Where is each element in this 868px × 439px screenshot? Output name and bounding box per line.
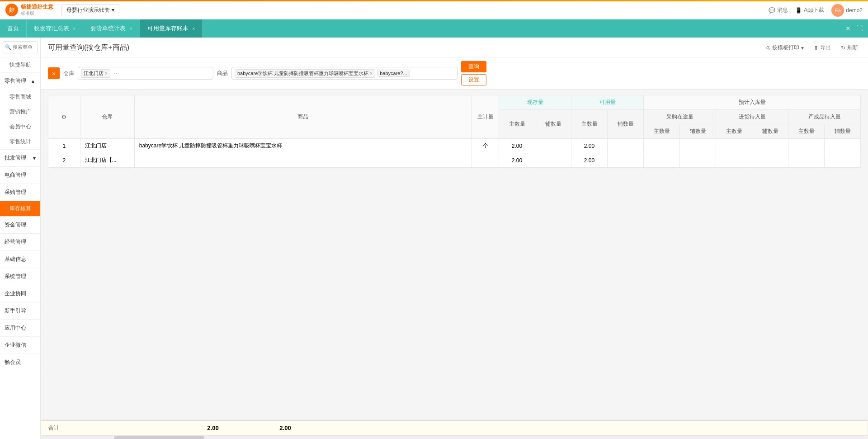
sidebar-section-purchase-header[interactable]: 采购管理 (0, 184, 40, 201)
sidebar: 🔍 搜索菜单 快捷导航 零售管理 ▲ 零售商城 营销推广 会员中心 零售统计 批… (0, 38, 41, 439)
sidebar-section-collab: 企业协同 (0, 285, 40, 302)
cell-avail-aux (608, 139, 644, 153)
phone-icon: 📱 (795, 7, 802, 14)
cell-avail-main: 2.00 (571, 139, 608, 153)
sidebar-section-ecom: 电商管理 (0, 167, 40, 184)
cell-pur-main (644, 153, 680, 168)
sidebar-section-newbie-header[interactable]: 新手引导 (0, 302, 40, 319)
refresh-button[interactable]: ↻ 刷新 (838, 42, 861, 53)
th-prod-aux: 辅数量 (825, 124, 861, 139)
top-bar: 好 畅捷通好生意 标准版 母婴行业演示账套 ▾ 💬 消息 📱 App下载 Ea … (0, 1, 868, 19)
tab-stock-summary[interactable]: 收发存汇总表 × (27, 19, 83, 38)
sidebar-item-retail-stats[interactable]: 零售统计 (0, 134, 40, 149)
sidebar-item-marketing[interactable]: 营销推广 (0, 104, 40, 119)
logo-area: 好 畅捷通好生意 标准版 (5, 4, 53, 16)
sidebar-section-apps: 应用中心 (0, 320, 40, 337)
export-icon: ⬆ (814, 45, 818, 51)
print-button[interactable]: 🖨 按模板打印 ▾ (762, 42, 807, 53)
sidebar-section-basic-header[interactable]: 基础信息 (0, 251, 40, 268)
nav-tabs-bar: 首页 收发存汇总表 × 要货单统计表 × 可用量库存账本 × ✕ ⛶ (0, 19, 868, 38)
tab-available-stock[interactable]: 可用量库存账本 × (140, 19, 203, 38)
cell-unit (472, 153, 499, 168)
sidebar-item-inventory[interactable]: 库存核算 (0, 201, 40, 216)
sidebar-section-ecom-header[interactable]: 电商管理 (0, 167, 40, 184)
th-avail-main: 主数量 (571, 110, 608, 139)
message-action[interactable]: 💬 消息 (769, 6, 788, 14)
nav-controls: ✕ ⛶ (844, 19, 868, 38)
app-download-action[interactable]: 📱 App下载 (795, 6, 824, 14)
sidebar-section-apps-header[interactable]: 应用中心 (0, 320, 40, 336)
sidebar-section-collab-header[interactable]: 企业协同 (0, 285, 40, 302)
avatar: Ea (831, 4, 844, 17)
sidebar-section-vip-header[interactable]: 畅会员 (0, 354, 40, 371)
cell-stock-aux (535, 139, 571, 153)
th-prod-main: 主数量 (788, 124, 825, 139)
sidebar-section-biz-header[interactable]: 经营管理 (0, 234, 40, 250)
expand-icon[interactable]: ⛶ (854, 23, 864, 34)
tab-order-stats[interactable]: 要货单统计表 × (83, 19, 140, 38)
sidebar-item-retail-mall[interactable]: 零售商城 (0, 90, 40, 104)
th-available-group: 可用量 (571, 95, 644, 110)
close-all-icon[interactable]: ✕ (844, 23, 853, 34)
export-button[interactable]: ⬆ 导出 (811, 42, 834, 53)
query-button[interactable]: 查询 (461, 61, 486, 72)
tab-home[interactable]: 首页 (0, 19, 27, 38)
th-warehouse: 仓库 (80, 95, 134, 139)
th-unit: 主计量 (472, 95, 499, 139)
footer-label: 合计 (41, 424, 113, 432)
filter-expand-button[interactable]: » (48, 67, 60, 79)
logo-text-area: 畅捷通好生意 标准版 (21, 4, 53, 16)
th-inc-aux: 辅数量 (752, 124, 788, 139)
close-icon[interactable]: × (73, 26, 75, 31)
print-icon: 🖨 (765, 45, 770, 51)
store-selector[interactable]: 母婴行业演示账套 ▾ (61, 4, 119, 16)
cell-prod-main (788, 153, 825, 168)
sidebar-section-wechat-header[interactable]: 企业微信 (0, 337, 40, 354)
sidebar-section-finance-header[interactable]: 资金管理 (0, 217, 40, 233)
th-product: 商品 (134, 95, 472, 139)
cell-inc-aux (752, 139, 788, 153)
product-filter-input[interactable]: babycare学饮杯 儿童防摔防撞吸管杯重力球吸嘴杯宝宝水杯 × babyca… (231, 67, 458, 80)
cell-pur-aux (680, 139, 716, 153)
page-header: 可用量查询(按仓库+商品) 🖨 按模板打印 ▾ ⬆ 导出 ↻ 刷新 (41, 38, 868, 57)
table-settings-cell[interactable]: ⚙ (48, 95, 80, 139)
cell-pur-main (644, 139, 680, 153)
table-row: 2江北门店【...2.002.00 (48, 153, 861, 168)
sidebar-item-members[interactable]: 会员中心 (0, 119, 40, 134)
th-stock-group: 现存量 (499, 95, 571, 110)
product-tag-1: babycare学饮杯 儿童防摔防撞吸管杯重力球吸嘴杯宝宝水杯 × (235, 69, 375, 78)
logo-title: 畅捷通好生意 (21, 4, 53, 10)
tab-spacer (203, 19, 844, 38)
content-area: 可用量查询(按仓库+商品) 🖨 按模板打印 ▾ ⬆ 导出 ↻ 刷新 » (41, 38, 868, 439)
scrollbar-thumb[interactable] (114, 436, 204, 439)
th-pur-aux: 辅数量 (680, 124, 716, 139)
dropdown-icon: ▾ (801, 45, 804, 51)
cell-prod-main (788, 139, 825, 153)
sidebar-section-wholesale-header[interactable]: 批发管理 ▾ (0, 150, 40, 166)
sidebar-section-system: 系统管理 (0, 268, 40, 285)
footer-avail-main: 2.00 (267, 425, 303, 431)
remove-warehouse-tag[interactable]: × (105, 71, 108, 76)
sidebar-section-system-header[interactable]: 系统管理 (0, 268, 40, 285)
user-profile[interactable]: Ea demo2 (831, 4, 863, 17)
th-stock-aux: 辅数量 (535, 110, 571, 139)
remove-product-tag-1[interactable]: × (370, 71, 373, 76)
page-bottom: 合计 2.00 2.00 (41, 420, 868, 439)
settings-button[interactable]: 设置 (461, 74, 486, 85)
warehouse-tag: 江北门店 × (81, 69, 110, 78)
warehouse-filter-input[interactable]: 江北门店 × ··· (78, 67, 213, 80)
th-production: 产成品待入量 (788, 110, 861, 124)
th-stock-main: 主数量 (499, 110, 535, 139)
cell-warehouse: 江北门店 (80, 139, 134, 153)
close-icon[interactable]: × (129, 26, 132, 31)
sidebar-section-finance: 资金管理 (0, 217, 40, 234)
sidebar-item-quick-nav[interactable]: 快捷导航 (0, 57, 40, 73)
sidebar-section-retail-header[interactable]: 零售管理 ▲ (0, 73, 40, 90)
sidebar-section-wholesale: 批发管理 ▾ (0, 150, 40, 167)
more-dots[interactable]: ··· (112, 70, 121, 77)
close-icon[interactable]: × (192, 26, 195, 31)
search-menu-button[interactable]: 🔍 搜索菜单 (3, 41, 38, 53)
sidebar-section-basic: 基础信息 (0, 251, 40, 268)
scrollbar-track[interactable] (41, 435, 868, 439)
cell-stock-main: 2.00 (499, 153, 535, 168)
